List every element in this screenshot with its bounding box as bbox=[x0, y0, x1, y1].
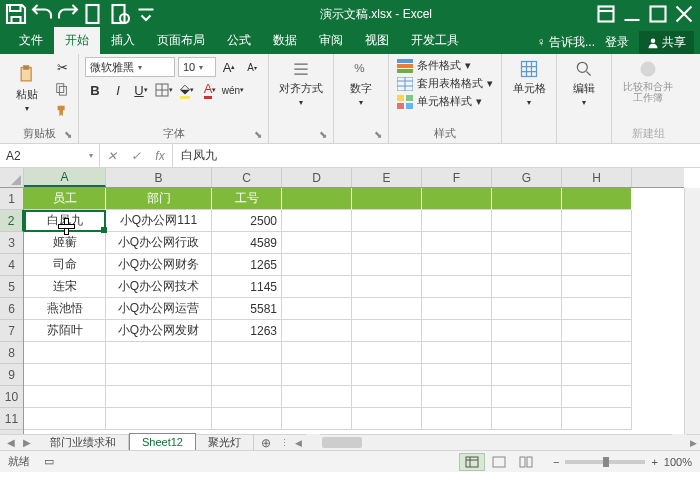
col-header-G[interactable]: G bbox=[492, 168, 562, 187]
row-header-6[interactable]: 6 bbox=[0, 298, 23, 320]
cell[interactable] bbox=[492, 254, 562, 276]
cut-icon[interactable]: ✂ bbox=[52, 57, 72, 77]
row-header-7[interactable]: 7 bbox=[0, 320, 23, 342]
cell[interactable]: 小Q办公网发财 bbox=[106, 320, 212, 342]
hscroll-right-icon[interactable]: ▶ bbox=[686, 434, 700, 450]
cell[interactable]: 姬蘅 bbox=[24, 232, 106, 254]
sheet-prev-icon[interactable]: ◀ bbox=[4, 437, 18, 448]
tab-developer[interactable]: 开发工具 bbox=[400, 27, 470, 54]
cell[interactable] bbox=[562, 188, 632, 210]
spreadsheet-grid[interactable]: ABCDEFGH 1234567891011 员工部门工号 白凤九小Q办公网11… bbox=[0, 168, 700, 450]
row-header-10[interactable]: 10 bbox=[0, 386, 23, 408]
col-header-F[interactable]: F bbox=[422, 168, 492, 187]
cell[interactable] bbox=[352, 254, 422, 276]
cell[interactable]: 小Q办公网111 bbox=[106, 210, 212, 232]
cell[interactable] bbox=[422, 408, 492, 430]
zoom-slider[interactable] bbox=[565, 460, 645, 464]
cell[interactable] bbox=[492, 188, 562, 210]
cell[interactable] bbox=[422, 298, 492, 320]
edit-button[interactable]: 编辑▾ bbox=[563, 57, 605, 109]
cell[interactable] bbox=[282, 342, 352, 364]
cell[interactable] bbox=[282, 276, 352, 298]
bold-icon[interactable]: B bbox=[85, 80, 105, 100]
cell[interactable]: 1265 bbox=[212, 254, 282, 276]
zoom-in-icon[interactable]: + bbox=[651, 456, 657, 468]
shrink-font-icon[interactable]: A▾ bbox=[242, 57, 262, 77]
number-button[interactable]: %数字▾ bbox=[340, 57, 382, 109]
view-layout-icon[interactable] bbox=[486, 453, 512, 471]
clipboard-launcher[interactable]: ⬊ bbox=[62, 129, 74, 141]
cell[interactable] bbox=[282, 320, 352, 342]
tab-review[interactable]: 审阅 bbox=[308, 27, 354, 54]
cell[interactable] bbox=[352, 232, 422, 254]
cell[interactable] bbox=[212, 386, 282, 408]
cells-button[interactable]: 单元格▾ bbox=[508, 57, 550, 109]
minimize-icon[interactable] bbox=[620, 2, 644, 26]
cell[interactable] bbox=[24, 364, 106, 386]
cell[interactable] bbox=[352, 276, 422, 298]
cell[interactable] bbox=[492, 210, 562, 232]
cell[interactable]: 部门 bbox=[106, 188, 212, 210]
login-button[interactable]: 登录 bbox=[605, 34, 629, 51]
cell[interactable] bbox=[212, 408, 282, 430]
add-sheet-button[interactable]: ⊕ bbox=[254, 434, 278, 450]
cell[interactable] bbox=[422, 210, 492, 232]
cell[interactable]: 苏陌叶 bbox=[24, 320, 106, 342]
formula-input[interactable]: 白凤九 bbox=[173, 144, 700, 167]
cell[interactable]: 员工 bbox=[24, 188, 106, 210]
cell[interactable] bbox=[492, 298, 562, 320]
cell[interactable] bbox=[352, 342, 422, 364]
cell[interactable] bbox=[282, 254, 352, 276]
cell[interactable] bbox=[562, 342, 632, 364]
row-header-4[interactable]: 4 bbox=[0, 254, 23, 276]
cell[interactable] bbox=[562, 364, 632, 386]
row-header-9[interactable]: 9 bbox=[0, 364, 23, 386]
view-pagebreak-icon[interactable] bbox=[513, 453, 539, 471]
print-preview-icon[interactable] bbox=[108, 2, 132, 26]
table-format-button[interactable]: 套用表格格式▾ bbox=[395, 75, 495, 92]
cell[interactable] bbox=[562, 298, 632, 320]
cell[interactable]: 4589 bbox=[212, 232, 282, 254]
cell[interactable] bbox=[212, 364, 282, 386]
grow-font-icon[interactable]: A▴ bbox=[219, 57, 239, 77]
font-name-combo[interactable]: 微软雅黑▾ bbox=[85, 57, 175, 77]
cell[interactable] bbox=[492, 342, 562, 364]
cell[interactable]: 燕池悟 bbox=[24, 298, 106, 320]
cancel-fx-icon[interactable]: ✕ bbox=[100, 144, 124, 167]
align-launcher[interactable]: ⬊ bbox=[317, 129, 329, 141]
cell[interactable]: 连宋 bbox=[24, 276, 106, 298]
tab-data[interactable]: 数据 bbox=[262, 27, 308, 54]
conditional-format-button[interactable]: 条件格式▾ bbox=[395, 57, 495, 74]
tab-formula[interactable]: 公式 bbox=[216, 27, 262, 54]
fx-icon[interactable]: fx bbox=[148, 144, 172, 167]
cell[interactable]: 小Q办公网行政 bbox=[106, 232, 212, 254]
share-button[interactable]: 共享 bbox=[639, 31, 694, 54]
cell[interactable] bbox=[492, 232, 562, 254]
cell[interactable]: 司命 bbox=[24, 254, 106, 276]
row-header-5[interactable]: 5 bbox=[0, 276, 23, 298]
view-normal-icon[interactable] bbox=[459, 453, 485, 471]
alignment-button[interactable]: 对齐方式▾ bbox=[275, 57, 327, 109]
cell[interactable] bbox=[352, 364, 422, 386]
redo-icon[interactable] bbox=[56, 2, 80, 26]
cell[interactable] bbox=[352, 386, 422, 408]
cell[interactable]: 1263 bbox=[212, 320, 282, 342]
zoom-out-icon[interactable]: − bbox=[553, 456, 559, 468]
sheet-tab-2[interactable]: Sheet12 bbox=[129, 433, 196, 450]
row-header-2[interactable]: 2 bbox=[0, 210, 24, 232]
col-header-B[interactable]: B bbox=[106, 168, 212, 187]
cell[interactable]: 5581 bbox=[212, 298, 282, 320]
col-header-E[interactable]: E bbox=[352, 168, 422, 187]
macro-record-icon[interactable]: ▭ bbox=[44, 455, 54, 468]
cell[interactable] bbox=[106, 386, 212, 408]
row-header-1[interactable]: 1 bbox=[0, 188, 23, 210]
cell[interactable]: 小Q办公网运营 bbox=[106, 298, 212, 320]
cell[interactable]: 2500 bbox=[212, 210, 282, 232]
cell[interactable] bbox=[562, 210, 632, 232]
cell[interactable] bbox=[352, 408, 422, 430]
cell[interactable] bbox=[352, 210, 422, 232]
format-painter-icon[interactable] bbox=[52, 101, 72, 121]
cell[interactable] bbox=[422, 232, 492, 254]
col-header-A[interactable]: A bbox=[24, 168, 106, 187]
cell[interactable] bbox=[282, 232, 352, 254]
